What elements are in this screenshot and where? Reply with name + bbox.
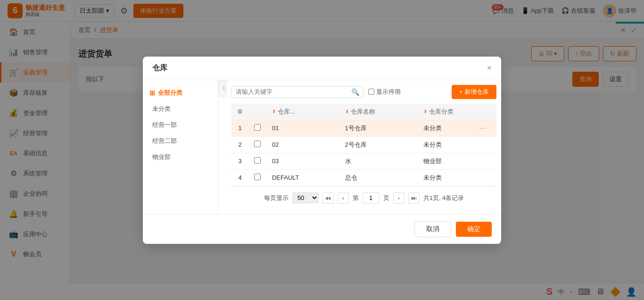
row-2-category: 未分类	[418, 136, 496, 153]
table-body: 1 01 1号仓库 未分类 ··· 2 0	[231, 120, 496, 186]
th-gear[interactable]: ⚙	[231, 104, 248, 120]
sort-icon-name: ⬆	[345, 109, 349, 114]
row-3-name: 水	[339, 153, 418, 169]
row-2-name: 2号仓库	[339, 136, 418, 153]
per-page-select[interactable]: 50 20 100	[292, 192, 319, 203]
warehouse-modal: 仓库 × ⊞ 全部分类 未分类 经营一部 经营二部 物业部 《	[143, 57, 501, 244]
show-disabled-wrapper: 显示停用	[368, 88, 401, 96]
search-input[interactable]	[236, 88, 351, 95]
page-suffix: 页	[383, 194, 389, 202]
row-1-num: 1	[231, 120, 248, 136]
modal-header: 仓库 ×	[143, 57, 501, 80]
row-1-name: 1号仓库	[339, 120, 418, 136]
row-4-check	[248, 169, 266, 186]
per-page-label: 每页显示	[264, 194, 289, 202]
next-page-button[interactable]: ›	[393, 192, 405, 204]
pagination: 每页显示 50 20 100 ⏮ ‹ 第 页 › ⏭ 共1页, 4条记录	[231, 186, 496, 209]
category-item-ops2[interactable]: 经营二部	[143, 133, 218, 149]
row-3-check	[248, 153, 266, 169]
category-item-property[interactable]: 物业部	[143, 149, 218, 165]
th-name: ⬆ 仓库名称	[339, 104, 418, 120]
first-page-button[interactable]: ⏮	[322, 192, 334, 204]
table-row[interactable]: 4 DEFAULT 总仓 未分类	[231, 169, 496, 186]
table-row[interactable]: 1 01 1号仓库 未分类 ···	[231, 120, 496, 136]
add-warehouse-button[interactable]: + 新增仓库	[452, 85, 496, 99]
row-4-code: DEFAULT	[266, 169, 339, 186]
category-item-ops1[interactable]: 经营一部	[143, 117, 218, 133]
row-4-num: 4	[231, 169, 248, 186]
table-scroll: ⚙ ⬆ 仓库... ⬆	[231, 104, 496, 186]
row-4-name: 总仓	[339, 169, 418, 186]
th-code: ⬆ 仓库...	[266, 104, 339, 120]
category-collapse-button[interactable]: 《	[218, 80, 227, 97]
table-row[interactable]: 2 02 2号仓库 未分类	[231, 136, 496, 153]
row-3-num: 3	[231, 153, 248, 169]
table-header-row: ⚙ ⬆ 仓库... ⬆	[231, 104, 496, 120]
category-header[interactable]: ⊞ 全部分类	[143, 85, 218, 101]
row-2-code: 02	[266, 136, 339, 153]
table-head: ⚙ ⬆ 仓库... ⬆	[231, 104, 496, 120]
row-3-code: 03	[266, 153, 339, 169]
modal-title: 仓库	[152, 63, 167, 73]
page-input[interactable]	[363, 192, 380, 204]
row-1-code: 01	[266, 120, 339, 136]
modal-overlay: 仓库 × ⊞ 全部分类 未分类 经营一部 经营二部 物业部 《	[0, 0, 644, 300]
warehouse-table: ⚙ ⬆ 仓库... ⬆	[231, 104, 496, 186]
modal-close-button[interactable]: ×	[487, 64, 492, 72]
show-disabled-checkbox[interactable]	[368, 89, 374, 95]
row-3-category: 物业部	[418, 153, 496, 169]
row-4-category: 未分类	[418, 169, 496, 186]
page-label: 第	[353, 194, 359, 202]
cancel-button[interactable]: 取消	[414, 221, 451, 237]
page-summary: 共1页, 4条记录	[423, 194, 464, 202]
search-icon: 🔍	[351, 88, 359, 96]
prev-page-button[interactable]: ‹	[338, 192, 349, 204]
sort-icon-category: ⬆	[423, 109, 427, 114]
row-1-category: 未分类 ···	[418, 120, 496, 136]
category-item-unclassified[interactable]: 未分类	[143, 101, 218, 117]
grid-icon: ⊞	[149, 89, 155, 97]
table-row[interactable]: 3 03 水 物业部	[231, 153, 496, 169]
collapse-icon: 《	[220, 84, 225, 92]
category-sidebar: ⊞ 全部分类 未分类 经营一部 经营二部 物业部	[143, 80, 218, 214]
table-area: 🔍 显示停用 + 新增仓库 ⚙	[227, 80, 501, 214]
search-box: 🔍	[231, 86, 363, 98]
row-1-actions[interactable]: ···	[479, 124, 487, 133]
category-header-label: 全部分类	[158, 89, 182, 97]
confirm-button[interactable]: 确定	[456, 222, 492, 237]
th-category: ⬆ 仓库分类	[418, 104, 496, 120]
row-1-check	[248, 120, 266, 136]
last-page-button[interactable]: ⏭	[408, 192, 420, 204]
modal-footer: 取消 确定	[143, 214, 501, 244]
row-2-num: 2	[231, 136, 248, 153]
modal-body: ⊞ 全部分类 未分类 经营一部 经营二部 物业部 《 🔍	[143, 80, 501, 214]
sort-icon-code: ⬆	[272, 109, 276, 114]
show-disabled-label: 显示停用	[376, 88, 401, 96]
row-2-check	[248, 136, 266, 153]
table-toolbar: 🔍 显示停用 + 新增仓库	[231, 85, 496, 99]
th-check	[248, 104, 266, 120]
